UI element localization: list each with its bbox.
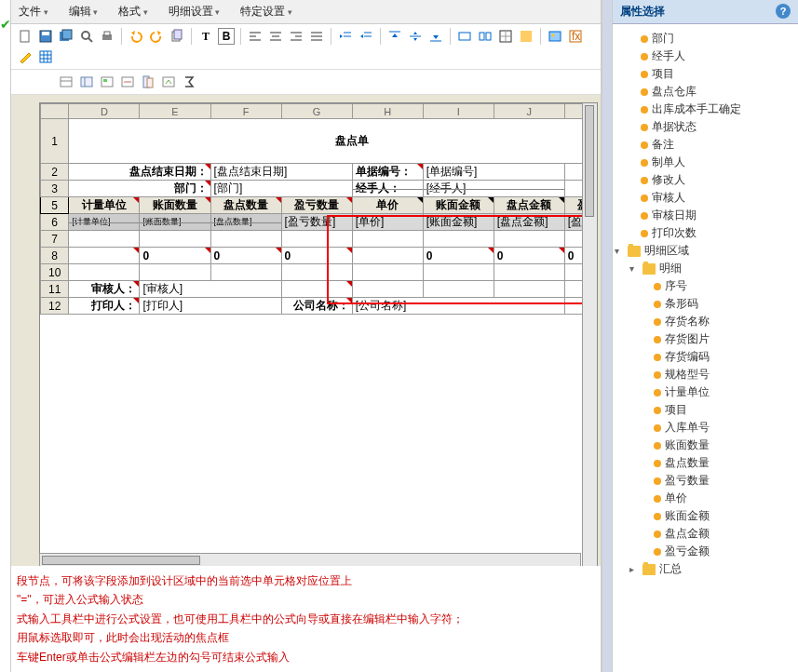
tb2-icon7[interactable] <box>181 74 197 90</box>
cell-book-amt[interactable]: [账面金额] <box>423 214 494 231</box>
help-icon[interactable]: ? <box>776 4 791 19</box>
menu-detail[interactable]: 明细设置 <box>167 2 223 21</box>
saveall-icon[interactable] <box>58 28 74 45</box>
tree-item[interactable]: 修改人 <box>626 171 794 189</box>
tb2-icon2[interactable] <box>78 74 95 90</box>
menu-file[interactable]: 文件 <box>17 2 50 21</box>
tree-item[interactable]: 计量单位 <box>626 383 794 401</box>
tree-item[interactable]: 条形码 <box>626 295 794 313</box>
fill-icon[interactable] <box>518 28 534 45</box>
bold-icon[interactable]: B <box>218 28 235 45</box>
sum-check-amt[interactable]: 0 <box>494 248 564 264</box>
grid-icon[interactable] <box>37 48 54 65</box>
formula-icon[interactable]: fx <box>567 28 584 45</box>
tree-item[interactable]: 账面金额 <box>626 507 794 525</box>
tree-item[interactable]: 盘点仓库 <box>626 83 794 101</box>
sum-book-qty[interactable]: 0 <box>140 248 210 264</box>
sum-check-qty[interactable]: 0 <box>210 248 281 264</box>
spreadsheet[interactable]: DEFGHIJK 1盘点单 2盘点结束日期：[盘点结束日期]单据编号：[单据编号… <box>39 102 598 566</box>
tb2-icon1[interactable] <box>58 74 74 90</box>
tree-item[interactable]: 单价 <box>626 490 794 507</box>
preview-icon[interactable] <box>78 28 95 45</box>
cell-diff-qty[interactable]: [盈亏数量] <box>281 214 352 231</box>
tree-item[interactable]: 部门 <box>626 30 794 47</box>
new-icon[interactable] <box>17 28 34 45</box>
tree-item[interactable]: 盘点金额 <box>626 525 794 543</box>
svg-rect-37 <box>549 32 561 41</box>
tree-item[interactable]: 单据状态 <box>626 118 794 136</box>
tb2-icon5[interactable] <box>140 74 156 90</box>
tree-label: 备注 <box>652 137 674 153</box>
tree-item[interactable]: 项目 <box>626 401 794 419</box>
menu-format[interactable]: 格式 <box>116 2 150 21</box>
edit-icon[interactable] <box>17 48 34 65</box>
tree-item[interactable]: 盘点数量 <box>626 454 794 472</box>
tree-item[interactable]: 入库单号 <box>626 419 794 437</box>
field-auditor[interactable]: [审核人] <box>140 281 281 298</box>
tree-item[interactable]: 制单人 <box>626 154 794 171</box>
tree-item[interactable]: 账面数量 <box>626 437 794 454</box>
align-center-icon[interactable] <box>267 28 284 45</box>
divider-scroll[interactable] <box>602 0 612 672</box>
valign-bottom-icon[interactable] <box>427 28 444 45</box>
sum-book-amt[interactable]: 0 <box>423 248 494 264</box>
field-company[interactable]: [公司名称] <box>352 298 564 315</box>
tb2-icon3[interactable] <box>99 74 115 90</box>
tree-item[interactable]: 项目 <box>626 65 794 83</box>
tb2-icon4[interactable] <box>119 74 136 90</box>
outdent-icon[interactable] <box>358 28 374 45</box>
tree-item[interactable]: 审核人 <box>626 189 794 207</box>
tb2-icon6[interactable] <box>160 74 177 90</box>
sum-diff-qty[interactable]: 0 <box>281 248 352 264</box>
print-icon[interactable] <box>99 28 115 45</box>
horizontal-scrollbar[interactable] <box>39 553 581 566</box>
tree-item[interactable]: 备注 <box>626 136 794 154</box>
align-right-icon[interactable] <box>288 28 304 45</box>
valign-top-icon[interactable] <box>386 28 403 45</box>
tree-item[interactable]: 盈亏数量 <box>626 472 794 490</box>
cell-price[interactable]: [单价] <box>352 214 423 231</box>
tree-item[interactable]: 打印次数 <box>626 224 794 242</box>
vertical-scrollbar[interactable] <box>582 103 597 566</box>
bullet-icon <box>641 177 648 184</box>
indent-icon[interactable] <box>337 28 354 45</box>
tree-item[interactable]: 序号 <box>626 277 794 295</box>
field-handler[interactable]: [经手人] <box>423 181 564 197</box>
align-left-icon[interactable] <box>247 28 264 45</box>
cell-check-amt[interactable]: [盘点金额] <box>494 214 564 231</box>
cell-unit[interactable]: [计量单位] <box>69 214 140 231</box>
tree-item[interactable]: ▸汇总 <box>626 560 794 578</box>
menu-edit[interactable]: 编辑 <box>67 2 101 21</box>
merge-icon[interactable] <box>456 28 473 45</box>
save-icon[interactable] <box>37 28 54 45</box>
tree-item[interactable]: 存货图片 <box>626 330 794 348</box>
tree-item[interactable]: 出库成本手工确定 <box>626 101 794 118</box>
border-icon[interactable] <box>497 28 514 45</box>
align-justify-icon[interactable] <box>308 28 325 45</box>
field-bill-no[interactable]: [单据编号] <box>423 164 564 181</box>
cell-check-qty[interactable]: [盘点数量] <box>210 214 281 231</box>
tree-item[interactable]: 规格型号 <box>626 366 794 383</box>
tree-item[interactable]: 审核日期 <box>626 207 794 224</box>
text-icon[interactable]: T <box>197 28 214 45</box>
svg-rect-2 <box>42 32 49 35</box>
tree-item[interactable]: ▾明细区域 <box>626 242 794 260</box>
copy-icon[interactable] <box>169 28 185 45</box>
field-dept[interactable]: [部门] <box>210 181 352 197</box>
menu-special[interactable]: 特定设置 <box>238 2 294 21</box>
redo-icon[interactable] <box>148 28 165 45</box>
undo-icon[interactable] <box>128 28 144 45</box>
tree-item[interactable]: 存货名称 <box>626 313 794 330</box>
split-icon[interactable] <box>477 28 494 45</box>
hdr-book-amt: 账面金额 <box>423 197 494 214</box>
svg-rect-8 <box>104 32 110 35</box>
tree-item[interactable]: 盈亏金额 <box>626 543 794 560</box>
tree-item[interactable]: ▾明细 <box>626 260 794 277</box>
cell-book-qty[interactable]: [账面数量] <box>140 214 210 231</box>
image-icon[interactable] <box>547 28 563 45</box>
field-end-date[interactable]: [盘点结束日期] <box>210 164 352 181</box>
valign-middle-icon[interactable] <box>407 28 424 45</box>
field-printer[interactable]: [打印人] <box>140 298 281 315</box>
tree-item[interactable]: 存货编码 <box>626 348 794 366</box>
tree-item[interactable]: 经手人 <box>626 47 794 65</box>
